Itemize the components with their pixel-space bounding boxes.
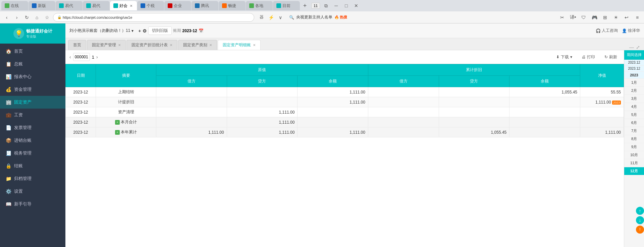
user-profile-button[interactable]: 👤 徐泽华 — [622, 28, 640, 34]
menu-icon[interactable]: ≡ — [633, 13, 641, 21]
period-month-5[interactable]: 5月 — [624, 111, 644, 119]
back-button[interactable]: ‹ — [3, 13, 11, 21]
reports-icon: 📊 — [5, 74, 11, 80]
scroll-up-button[interactable]: ↑ — [636, 207, 644, 215]
grid-icon[interactable]: ⊞ — [601, 13, 609, 21]
row-orig-credit: 1,111.00 — [227, 107, 298, 117]
switch-version-button[interactable]: 切到旧版 — [148, 26, 172, 35]
period-month-12[interactable]: 12月 — [624, 167, 644, 175]
period-month-8[interactable]: 8月 — [624, 135, 644, 143]
page-tab-asset-category[interactable]: 固定资产类别 ✕ — [178, 40, 217, 50]
restore-window-icon[interactable]: ⧉ — [322, 2, 330, 10]
sidebar-item-reports[interactable]: 📊 报表中心 — [0, 70, 65, 83]
forward-button[interactable]: › — [13, 13, 21, 21]
settings-gear-icon[interactable]: ⚙ — [143, 28, 147, 34]
row-net-value: 1,111.00 2023 — [580, 97, 624, 107]
period-month-1[interactable]: 1月 — [624, 79, 644, 87]
period-month-4[interactable]: 4月 — [624, 103, 644, 111]
page-tab-depreciation-stats-close[interactable]: ✕ — [170, 43, 172, 47]
period-month-9[interactable]: 9月 — [624, 143, 644, 151]
sidebar-item-home[interactable]: 🏠 首页 — [0, 45, 65, 58]
sidebar-item-invoice[interactable]: 📄 发票管理 — [0, 121, 65, 134]
page-number-input[interactable] — [73, 53, 90, 61]
tax-icon: 🧾 — [5, 150, 11, 156]
expand-address-icon[interactable]: ∨ — [276, 13, 284, 21]
calendar-icon[interactable]: 📅 — [199, 28, 204, 33]
browser-tab-changjie[interactable]: 畅捷 — [219, 1, 246, 10]
page-tab-asset-detail[interactable]: 固定资产明细账 ✕ — [218, 40, 261, 50]
browser-tab-yidai1[interactable]: 易代 — [56, 1, 83, 10]
page-tab-asset-category-close[interactable]: ✕ — [209, 43, 212, 47]
row-date: 2023-12 — [66, 117, 96, 127]
address-input[interactable]: 🔒 https://cloud.chanjet.com/accounting/u… — [53, 13, 254, 22]
translate-icon[interactable]: 译• — [569, 13, 577, 21]
extension-icon-2[interactable]: ⚡ — [267, 13, 275, 21]
sidebar-item-payroll[interactable]: 💼 工资 — [0, 109, 65, 121]
period-year-2023[interactable]: 2023 — [624, 72, 644, 79]
brightness-icon[interactable]: ☀ — [612, 13, 620, 21]
page-tab-home[interactable]: 首页 — [68, 40, 86, 50]
download-button[interactable]: ⬇ 下载 ▾ — [553, 53, 575, 61]
period-month-3[interactable]: 3月 — [624, 95, 644, 103]
browser-tab-gedi[interactable]: 各地 — [246, 1, 273, 10]
sidebar-item-stock[interactable]: 📦 进销台账 — [0, 134, 65, 147]
undo-icon[interactable]: ↩ — [623, 13, 631, 21]
collapse-tab-icon[interactable]: — — [629, 45, 634, 50]
page-tab-asset-detail-close[interactable]: ✕ — [253, 43, 256, 47]
sidebar-item-ledger[interactable]: 📋 总账 — [0, 58, 65, 70]
page-tab-asset-management[interactable]: 固定资产管理 ✕ — [87, 40, 126, 50]
row-accum-debit — [368, 97, 439, 107]
sidebar-item-archive[interactable]: 📁 归档管理 — [0, 172, 65, 185]
browser-tab-new[interactable]: 新版 — [29, 1, 55, 10]
period-month-2[interactable]: 2月 — [624, 87, 644, 95]
bookmark-button[interactable]: ☆ — [43, 13, 51, 21]
maximize-icon[interactable]: □ — [342, 2, 350, 10]
sidebar-item-guide[interactable]: 📖 新手引导 — [0, 198, 65, 210]
sidebar-item-fixed-assets[interactable]: 🏢 固定资产 — [0, 96, 65, 109]
browser-tab-online[interactable]: 在线 — [1, 1, 28, 10]
add-account-icon[interactable]: + — [138, 28, 141, 34]
cut-icon[interactable]: ✂ — [558, 13, 566, 21]
close-window-icon[interactable]: ✕ — [352, 2, 360, 10]
browser-tab-haohui[interactable]: 好会 ✕ — [110, 1, 137, 10]
sidebar-item-closing[interactable]: 🔒 结账 — [0, 160, 65, 172]
reload-button[interactable]: ↻ — [23, 13, 31, 21]
hot-search-label: 🔥 热搜 — [334, 15, 347, 20]
minimize-icon[interactable]: ─ — [332, 2, 340, 10]
prev-page-button[interactable]: ‹ — [69, 54, 71, 60]
extension-icon-1[interactable]: 器 — [258, 13, 266, 21]
game-icon[interactable]: 🎮 — [590, 13, 598, 21]
expand-tab-icon[interactable]: ⤢ — [636, 45, 640, 50]
row-accum-debit — [368, 117, 439, 127]
print-button[interactable]: 🖨 打印 — [579, 53, 598, 61]
refresh-button[interactable]: ↻ 刷新 — [602, 53, 620, 61]
period-month-7[interactable]: 7月 — [624, 127, 644, 135]
support-button[interactable]: 🎧 人工咨询 — [596, 28, 618, 34]
browser-tab-yidai2[interactable]: 易代 — [83, 1, 110, 10]
period-month-6[interactable]: 6月 — [624, 119, 644, 127]
tab-favicon — [113, 3, 118, 8]
sidebar-item-tax[interactable]: 🧾 税务管理 — [0, 147, 65, 160]
home-button[interactable]: ⌂ — [33, 13, 41, 21]
browser-tab-qiye[interactable]: 企业 — [164, 1, 191, 10]
browser-tab-tencent[interactable]: 腾讯 — [192, 1, 218, 10]
tab-close-icon[interactable]: ✕ — [129, 3, 133, 8]
period-month-11[interactable]: 11月 — [624, 159, 644, 167]
th-accum-balance: 余额 — [509, 76, 580, 87]
row-net-value — [580, 117, 624, 127]
browser-tab-geshui[interactable]: 个税 — [137, 1, 164, 10]
sidebar-item-settings[interactable]: ⚙️ 设置 — [0, 185, 65, 198]
page-tab-asset-management-close[interactable]: ✕ — [118, 43, 121, 47]
period-month-10[interactable]: 10月 — [624, 151, 644, 159]
company-name: 刘小艳演示账套（勿删勿动！）11 — [69, 28, 130, 34]
sidebar-item-funds[interactable]: 💰 资金管理 — [0, 83, 65, 96]
new-tab-button[interactable]: + — [300, 1, 310, 10]
page-tab-depreciation-stats[interactable]: 固定资产折旧统计表 ✕ — [126, 40, 177, 50]
tab-count-badge[interactable]: 11 — [311, 3, 320, 9]
row-date: 2023-12 — [66, 127, 96, 137]
notification-button[interactable]: ! — [636, 226, 644, 234]
browser-tab-muqian[interactable]: 目前 — [273, 1, 300, 10]
scroll-down-button[interactable]: ↓ — [636, 216, 644, 224]
shield-icon[interactable]: 🛡 — [580, 13, 588, 21]
next-page-button[interactable]: › — [96, 54, 98, 60]
